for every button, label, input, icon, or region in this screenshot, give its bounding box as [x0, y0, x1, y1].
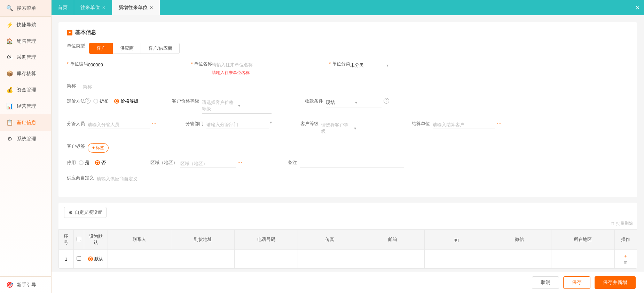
section-icon: F	[67, 30, 72, 35]
cell-email[interactable]	[361, 250, 424, 269]
cell-region[interactable]	[551, 250, 614, 269]
manager-more-icon[interactable]: ···	[150, 121, 158, 127]
tab-counterparty[interactable]: 往来单位 ✕	[74, 0, 112, 15]
unit-type-row: 单位类型 客户 供应商 客户/供应商	[67, 43, 629, 54]
tab-new-counterparty-close[interactable]: ✕	[150, 5, 153, 10]
supplier-custom-input[interactable]	[97, 175, 187, 183]
basic-icon: 📋	[6, 119, 13, 126]
col-contact: 联系人	[108, 230, 171, 250]
dept-label: 分管部门	[186, 121, 204, 127]
payment-terms-label: 收款条件	[305, 98, 323, 104]
add-row-button[interactable]: ＋	[622, 253, 629, 259]
default-radio[interactable]: 默认	[88, 256, 103, 262]
tab-counterparty-close[interactable]: ✕	[102, 5, 105, 10]
region-cell-input[interactable]	[554, 257, 612, 262]
batch-delete-button[interactable]: 🗑 批量删除	[611, 221, 633, 227]
col-phone: 电话号码	[235, 230, 298, 250]
pricing-radio-price-level[interactable]: 价格等级	[114, 98, 139, 104]
sidebar-item-operations[interactable]: 📊 经营管理	[0, 98, 51, 114]
disabled-radio-no[interactable]: 否	[95, 160, 106, 166]
disabled-radio-yes[interactable]: 是	[79, 160, 89, 166]
region-input[interactable]	[180, 160, 236, 168]
cell-phone[interactable]	[235, 250, 298, 269]
disabled-field: 停用 是 否	[67, 160, 106, 166]
settlement-more-icon[interactable]: ···	[495, 121, 503, 127]
col-qq: qq	[424, 230, 488, 250]
pricing-radio-discount[interactable]: 折扣	[93, 98, 109, 104]
sidebar-item-basic[interactable]: 📋 基础信息	[0, 114, 51, 131]
tab-new-counterparty[interactable]: 新增往来单位 ✕	[112, 0, 160, 15]
cell-contact[interactable]	[108, 250, 171, 269]
sidebar-item-sales[interactable]: 🏠 销售管理	[0, 33, 51, 49]
name-error-msg: 请输入往来单位名称	[212, 70, 296, 76]
type-btn-both[interactable]: 客户/供应商	[141, 43, 180, 54]
batch-delete-icon: 🗑	[611, 221, 615, 226]
discount-radio-circle	[93, 99, 98, 104]
code-label: 单位编码	[67, 61, 88, 67]
sidebar-item-guide[interactable]: 🎯 新手引导	[0, 276, 51, 293]
customer-level-select[interactable]: 请选择客户等级 ▼	[321, 121, 384, 136]
name-input[interactable]	[212, 61, 296, 69]
pricing-field: 定价方法 ? 折扣 价格等级	[67, 98, 139, 104]
dept-input[interactable]	[206, 121, 269, 129]
pricing-row: 定价方法 ? 折扣 价格等级 客户价格等级	[67, 98, 629, 114]
cancel-button[interactable]: 取消	[532, 276, 559, 289]
save-button[interactable]: 保存	[563, 276, 590, 289]
email-input[interactable]	[364, 257, 422, 262]
payment-terms-select[interactable]: 现结 ▼	[326, 98, 382, 107]
sidebar-item-finance[interactable]: 💰 资金管理	[0, 82, 51, 98]
customer-price-level-select[interactable]: 请选择客户价格等级 ▼	[202, 98, 272, 114]
customize-settings-button[interactable]: ⚙ 自定义项设置	[64, 207, 107, 218]
abbr-label: 简称	[67, 83, 76, 89]
notes-input[interactable]	[300, 160, 404, 168]
save-new-button[interactable]: 保存并新增	[595, 276, 636, 289]
cell-address[interactable]	[171, 250, 235, 269]
contact-input[interactable]	[111, 257, 168, 262]
tab-home[interactable]: 首页	[52, 0, 74, 15]
pricing-radio-group: 折扣 价格等级	[93, 98, 139, 104]
gear-icon: ⚙	[69, 210, 73, 215]
payment-help-icon[interactable]: ?	[384, 98, 389, 104]
sidebar-item-inventory[interactable]: 📦 库存核算	[0, 65, 51, 82]
phone-input[interactable]	[237, 257, 295, 262]
table-header: 序号 设为默认 联系人 到货地址 电话号码 传真 邮箱 qq 微信 所在地区	[59, 230, 637, 250]
sidebar-item-quick-nav[interactable]: ⚡ 快捷导航	[0, 17, 51, 33]
type-btn-supplier[interactable]: 供应商	[113, 43, 141, 54]
abbr-input[interactable]	[83, 83, 152, 91]
type-btn-customer[interactable]: 客户	[89, 43, 113, 54]
fax-input[interactable]	[301, 257, 358, 262]
address-input[interactable]	[174, 257, 231, 262]
table-toolbar: 🗑 批量删除	[58, 218, 637, 229]
unit-type-buttons: 客户 供应商 客户/供应商	[89, 43, 180, 54]
select-all-checkbox[interactable]	[77, 237, 81, 241]
category-select[interactable]: 未分类 ▼	[350, 61, 420, 70]
customer-level-label: 客户等级	[300, 121, 319, 127]
sales-icon: 🏠	[6, 38, 13, 44]
tag-add-button[interactable]: + 标签	[88, 143, 109, 153]
cell-fax[interactable]	[298, 250, 361, 269]
payment-terms-field: 收款条件 现结 ▼ ?	[305, 98, 389, 107]
code-input[interactable]	[88, 61, 158, 69]
code-field: 单位编码	[67, 61, 158, 69]
sidebar-item-search[interactable]: 🔍 搜索菜单	[0, 0, 51, 17]
cell-wechat[interactable]	[488, 250, 551, 269]
col-wechat: 微信	[488, 230, 551, 250]
main-area: 首页 往来单位 ✕ 新增往来单位 ✕ ✕ F 基本信息 单位类型 客户	[52, 0, 644, 293]
tags-label: 客户标签	[67, 143, 85, 149]
col-region: 所在地区	[551, 230, 614, 250]
table-row: 1 默认	[59, 250, 637, 269]
settlement-input[interactable]	[433, 121, 495, 129]
row-checkbox[interactable]	[77, 256, 81, 261]
cell-qq[interactable]	[424, 250, 488, 269]
region-more-icon[interactable]: ···	[236, 160, 243, 166]
abbr-row: 简称	[67, 83, 629, 91]
delete-row-button[interactable]: 🗑	[622, 259, 629, 265]
pricing-help-icon[interactable]: ?	[85, 98, 91, 104]
qq-input[interactable]	[427, 257, 485, 262]
wechat-input[interactable]	[491, 257, 548, 262]
manager-input[interactable]	[88, 121, 150, 129]
sidebar-item-purchase[interactable]: 🛍 采购管理	[0, 49, 51, 65]
manager-field: 分管人员 ···	[67, 121, 158, 129]
close-all-button[interactable]: ✕	[635, 5, 640, 11]
sidebar-item-system[interactable]: ⚙ 系统管理	[0, 131, 51, 147]
